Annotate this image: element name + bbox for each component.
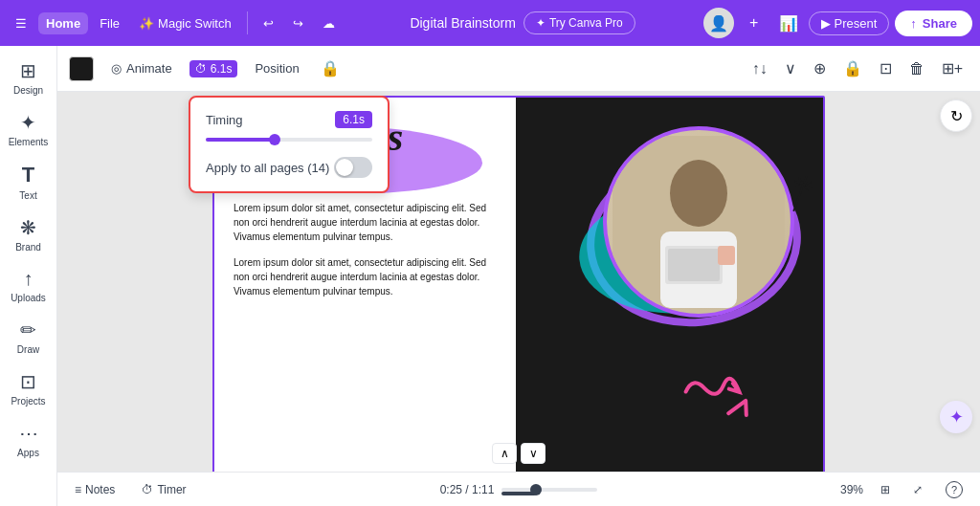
progress-dot [530,484,542,495]
timing-slider[interactable] [206,138,372,142]
toolbar-action-5[interactable]: ⊡ [874,55,898,81]
magic-switch-icon: ✨ [139,16,154,31]
content-area: Timing 6.1s Apply to all pages (14) [57,92,980,506]
sidebar-item-brand-label: Brand [15,242,41,253]
stats-button[interactable]: 📊 [774,9,803,37]
try-canva-icon: ✦ [536,16,546,30]
cloud-save-button[interactable]: ☁ [315,12,343,34]
animate-icon: ◎ [111,61,122,76]
main-area: ⊞ Design ✦ Elements T Text ❋ Brand ↑ Upl… [0,46,980,506]
add-collaborator-button[interactable]: + [740,9,768,37]
sidebar-item-uploads[interactable]: ↑ Uploads [4,262,54,309]
color-swatch[interactable] [69,56,94,81]
progress-bar [501,488,597,492]
svg-rect-7 [718,246,735,265]
undo-button[interactable]: ↩ [256,12,281,34]
present-label: Present [835,16,878,31]
toolbar-action-2[interactable]: ∨ [779,55,802,81]
toolbar-action-7[interactable]: ⊞+ [936,55,969,81]
toolbar-action-1[interactable]: ↑↓ [746,56,773,81]
try-canva-pro-button[interactable]: ✦ Try Canva Pro [523,11,635,34]
nav-center: Digital Brainstorm ✦ Try Canva Pro [346,11,700,34]
sidebar-item-elements-label: Elements [9,137,49,147]
plus-icon: ✦ [949,407,964,428]
canvas-nav: ∧ ∨ [492,443,546,464]
magic-switch-button[interactable]: ✨ Magic Switch [131,12,239,34]
timing-badge[interactable]: ⏱ 6.1s [189,60,238,77]
redo-icon: ↪ [293,16,303,31]
notes-label: Notes [85,483,115,496]
menu-button[interactable]: ☰ [8,12,34,34]
file-label: File [100,16,120,31]
sidebar-item-apps[interactable]: ⋯ Apps [4,416,54,464]
lock-button[interactable]: 🔒 [317,55,344,81]
sidebar-item-projects-label: Projects [11,396,45,407]
bottom-center: 0:25 / 1:11 [368,483,668,496]
canvas-wrapper[interactable]: Timing 6.1s Apply to all pages (14) [57,92,980,472]
magic-switch-label: Magic Switch [158,16,232,31]
nav-divider-1 [247,11,248,34]
apply-toggle[interactable] [334,157,372,178]
uploads-icon: ↑ [24,268,33,290]
timer-button[interactable]: ⏱ Timer [136,481,191,498]
present-icon: ▶ [821,16,831,31]
apps-icon: ⋯ [19,422,38,445]
timing-row: Timing 6.1s [206,111,372,128]
animate-button[interactable]: ◎ Animate [101,57,182,79]
plus-float-button[interactable]: ✦ [940,401,972,433]
grid-view-button[interactable]: ⊞ [875,481,896,498]
cloud-icon: ☁ [323,16,335,31]
sidebar-item-apps-label: Apps [17,448,39,458]
toolbar-action-4[interactable]: 🔒 [837,55,868,81]
timing-clock-icon: ⏱ [195,62,207,76]
avatar[interactable]: 👤 [703,8,734,38]
sidebar-item-brand[interactable]: ❋ Brand [4,210,54,258]
toolbar-action-3[interactable]: ⊕ [808,55,832,81]
redo-button[interactable]: ↪ [285,12,311,34]
menu-icon: ☰ [15,16,27,31]
bottom-left: ≡ Notes ⏱ Timer [69,481,368,498]
present-button[interactable]: ▶ Present [809,11,890,35]
refresh-button[interactable]: ↻ [940,99,972,132]
text-icon: T [22,163,34,187]
refresh-icon: ↻ [950,107,963,125]
sidebar-item-draw-label: Draw [17,344,39,355]
share-button[interactable]: ↑ Share [895,11,972,36]
circular-photo [603,126,794,318]
help-icon: ? [946,481,963,498]
elements-icon: ✦ [20,111,36,134]
timing-slider-fill [206,138,273,142]
zoom-level-label: 39% [840,483,863,496]
sidebar-item-design[interactable]: ⊞ Design [4,54,54,101]
lorem-text-1: Lorem ipsum dolor sit amet, consectetur … [234,201,497,244]
file-button[interactable]: File [92,12,127,34]
timing-panel-value: 6.1s [335,111,372,128]
design-icon: ⊞ [20,59,36,82]
notes-button[interactable]: ≡ Notes [69,481,121,498]
position-button[interactable]: Position [245,57,308,79]
help-button[interactable]: ? [940,479,969,500]
sidebar-item-text[interactable]: T Text [4,157,54,207]
timer-icon: ⏱ [142,483,153,496]
home-label: Home [46,16,80,31]
undo-icon: ↩ [263,16,274,31]
scroll-up-button[interactable]: ∧ [492,443,517,464]
share-icon: ↑ [910,16,917,31]
sidebar-item-elements[interactable]: ✦ Elements [4,105,54,153]
timing-value-label: 6.1s [211,62,233,76]
position-label: Position [255,61,299,76]
sidebar-item-draw[interactable]: ✏ Draw [4,313,54,361]
fullscreen-button[interactable]: ⤢ [907,481,928,498]
person-in-photo [607,130,791,314]
top-nav: ☰ Home File ✨ Magic Switch ↩ ↪ ☁ Digital… [0,0,980,46]
slide-right-area [507,98,823,473]
sidebar-item-projects[interactable]: ⊡ Projects [4,364,54,412]
toolbar-action-6[interactable]: 🗑 [903,56,930,81]
timer-label: Timer [157,483,186,496]
draw-icon: ✏ [20,319,36,341]
home-button[interactable]: Home [38,12,88,34]
scroll-down-button[interactable]: ∨ [521,443,546,464]
brand-icon: ❋ [20,216,36,239]
doc-title: Digital Brainstorm [410,15,515,31]
grid-icon: ⊞ [880,483,890,496]
